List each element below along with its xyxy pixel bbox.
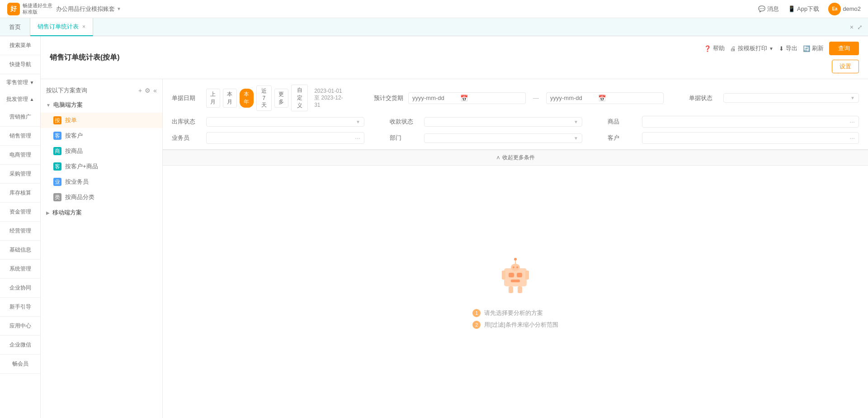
top-bar: 好 畅捷通好生意 标准版 办公用品行业模拟账套 ▼ 💬 消息 📱 App下载 E… xyxy=(0,0,868,18)
svg-point-12 xyxy=(514,258,517,261)
customer-dots-icon[interactable]: ··· xyxy=(849,134,855,142)
tip-text-1: 请先选择要分析的方案 xyxy=(484,309,543,317)
order-status-label: 单据状态 xyxy=(689,94,716,102)
sidebar-item-new-guide[interactable]: 新手引导 xyxy=(0,298,40,317)
tip-num-2: 2 xyxy=(472,321,481,329)
scheme-item-by-category[interactable]: 类 按商品分类 xyxy=(41,190,162,205)
scheme-item-by-product[interactable]: 商 按商品 xyxy=(41,143,162,159)
sidebar-item-inventory-mgmt[interactable]: 库存核算 xyxy=(0,184,40,203)
window-maximize-icon[interactable]: ⤢ xyxy=(857,24,863,31)
sidebar-item-search-menu[interactable]: 搜索菜单 xyxy=(0,36,40,55)
expected-date-to-input[interactable] xyxy=(550,95,595,101)
date-prev-month-btn[interactable]: 上月 xyxy=(206,89,220,108)
help-button[interactable]: ❓ 帮助 xyxy=(704,44,725,52)
sidebar-item-ecommerce-mgmt[interactable]: 电商管理 xyxy=(0,146,40,165)
empty-state-image xyxy=(493,255,538,300)
empty-tip-1: 1 请先选择要分析的方案 xyxy=(472,309,558,317)
scheme-icon-by-customer: 客 xyxy=(53,132,61,140)
sidebar-item-retail-mgmt[interactable]: 零售管理 ▼ xyxy=(0,74,40,91)
sidebar-item-wholesale-mgmt[interactable]: 批发管理 ▲ xyxy=(0,91,40,108)
scheme-item-by-customer-product[interactable]: 客 按客户+商品 xyxy=(41,159,162,174)
sidebar-item-system-mgmt[interactable]: 系统管理 xyxy=(0,260,40,279)
user-avatar-area[interactable]: Ea demo2 xyxy=(828,3,861,15)
sidebar-item-enterprise-wechat[interactable]: 企业微信 xyxy=(0,336,40,355)
calendar-from-icon: 📅 xyxy=(460,95,468,102)
sidebar-item-basic-info[interactable]: 基础信息 xyxy=(0,241,40,260)
expected-date-from-input[interactable] xyxy=(412,95,458,101)
date-this-month-btn[interactable]: 本月 xyxy=(223,89,237,108)
sidebar-item-quick-nav[interactable]: 快捷导航 xyxy=(0,55,40,74)
calendar-to-icon: 📅 xyxy=(598,95,606,102)
salesperson-label: 业务员 xyxy=(172,134,199,142)
salesperson-input-area[interactable]: ··· xyxy=(206,132,364,144)
print-button[interactable]: 🖨 按模板打印 ▼ xyxy=(730,44,774,52)
svg-rect-3 xyxy=(511,280,520,282)
sidebar-item-purchase-mgmt[interactable]: 采购管理 xyxy=(0,165,40,184)
customer-input-area[interactable]: ··· xyxy=(642,132,859,144)
date-more-btn[interactable]: 更多 xyxy=(274,89,288,108)
settings-button[interactable]: 设置 xyxy=(832,60,859,73)
export-button[interactable]: ⬇ 导出 xyxy=(779,44,797,52)
desktop-scheme-group: ▼ 电脑端方案 按 按单 客 按客户 商 按商品 xyxy=(41,97,162,205)
product-input-area[interactable]: ··· xyxy=(642,116,859,128)
delivery-status-select[interactable]: ▼ xyxy=(206,117,364,127)
scheme-icon-by-product: 商 xyxy=(53,147,61,155)
date-custom-btn[interactable]: 自定义 xyxy=(291,85,308,111)
tab-close-icon[interactable]: × xyxy=(82,24,85,30)
left-panel-title: 按以下方案查询 xyxy=(46,86,87,95)
mobile-group-header[interactable]: ▶ 移动端方案 xyxy=(41,205,162,220)
tab-home[interactable]: 首页 xyxy=(0,18,30,36)
desktop-group-arrow-icon: ▼ xyxy=(46,103,51,108)
payment-status-select[interactable]: ▼ xyxy=(424,117,582,127)
scheme-label-by-customer: 按客户 xyxy=(65,132,83,140)
refresh-icon: 🔄 xyxy=(803,45,810,52)
tip-text-2: 用[过滤]条件来缩小分析范围 xyxy=(484,321,558,329)
scheme-settings-icon[interactable]: ⚙ xyxy=(145,87,151,94)
filter-row-2: 出库状态 ▼ 收款状态 ▼ 商品 ··· xyxy=(172,116,859,128)
page-header: 销售订单统计表(按单) ❓ 帮助 🖨 按模板打印 ▼ xyxy=(41,36,868,79)
breadcrumb-dropdown-icon[interactable]: ▼ xyxy=(117,6,121,11)
filter-area: 单据日期 上月 本月 本年 近7天 更多 自定义 2023-01-01 至 20… xyxy=(163,79,868,150)
scheme-icon-by-order: 按 xyxy=(53,116,61,124)
order-status-select[interactable]: ▼ xyxy=(723,93,859,103)
scheme-label-by-order: 按单 xyxy=(65,116,77,124)
sidebar-item-marketing[interactable]: 营销推广 xyxy=(0,108,40,127)
product-dots-icon[interactable]: ··· xyxy=(849,118,855,125)
desktop-group-header[interactable]: ▼ 电脑端方案 xyxy=(41,97,162,113)
app-download-button[interactable]: 📱 App下载 xyxy=(788,5,819,13)
collapse-bar[interactable]: ∧ 收起更多条件 xyxy=(163,150,868,166)
add-scheme-icon[interactable]: + xyxy=(138,87,142,94)
window-close-icon[interactable]: × xyxy=(850,24,854,31)
expected-date-from[interactable]: 📅 xyxy=(408,92,526,104)
message-button[interactable]: 💬 消息 xyxy=(758,5,779,13)
sidebar-item-enterprise[interactable]: 企业协同 xyxy=(0,279,40,298)
collapse-panel-icon[interactable]: « xyxy=(153,87,157,94)
order-status-dropdown-icon: ▼ xyxy=(850,95,855,100)
sidebar-item-member[interactable]: 畅会员 xyxy=(0,355,40,374)
tab-sales-order-stats[interactable]: 销售订单统计表 × xyxy=(30,18,93,36)
svg-point-8 xyxy=(511,264,520,271)
customer-label: 客户 xyxy=(608,134,635,142)
query-button[interactable]: 查询 xyxy=(829,42,859,55)
scheme-item-by-salesperson[interactable]: 业 按业务员 xyxy=(41,174,162,190)
tab-bar: 首页 销售订单统计表 × × ⤢ xyxy=(0,18,868,36)
scheme-item-by-customer[interactable]: 客 按客户 xyxy=(41,128,162,143)
customer-input[interactable] xyxy=(646,135,849,142)
scheme-item-by-order[interactable]: 按 按单 xyxy=(41,113,162,128)
sidebar-item-operation-mgmt[interactable]: 经营管理 xyxy=(0,222,40,241)
date-label: 单据日期 xyxy=(172,94,199,102)
refresh-button[interactable]: 🔄 刷新 xyxy=(803,44,824,52)
print-icon: 🖨 xyxy=(730,45,736,52)
date-7days-btn[interactable]: 近7天 xyxy=(256,86,272,111)
sidebar-item-sales-mgmt[interactable]: 销售管理 xyxy=(0,127,40,146)
left-panel-header: 按以下方案查询 + ⚙ « xyxy=(41,84,162,97)
salesperson-input[interactable] xyxy=(210,135,355,142)
export-icon: ⬇ xyxy=(779,45,784,52)
sidebar-item-capital-mgmt[interactable]: 资金管理 xyxy=(0,203,40,222)
date-this-year-btn[interactable]: 本年 xyxy=(240,89,254,108)
sidebar-item-app-center[interactable]: 应用中心 xyxy=(0,317,40,336)
salesperson-dots-icon[interactable]: ··· xyxy=(355,134,360,142)
expected-date-to[interactable]: 📅 xyxy=(546,92,664,104)
department-select[interactable]: ▼ xyxy=(424,133,582,143)
product-input[interactable] xyxy=(646,119,849,125)
